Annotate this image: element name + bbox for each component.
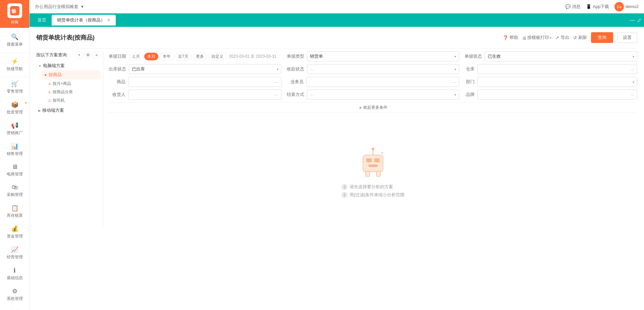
- breadcrumb-dropdown-icon[interactable]: ▾: [81, 4, 84, 9]
- payment-method-dropdown-icon: ▾: [454, 93, 456, 97]
- scheme-settings-btn[interactable]: ⚙: [84, 51, 92, 59]
- maximize-btn[interactable]: ⤢: [637, 17, 641, 23]
- topbar-right: 💬 消息 📱 App下载 Ea demo2: [565, 2, 639, 11]
- message-btn[interactable]: 💬 消息: [565, 4, 581, 10]
- payment-status-dots: ···: [310, 67, 314, 72]
- sub-tree-item-category-label: 按商品分类: [53, 89, 73, 95]
- sidebar-item-ecommerce-label: 电商管理: [7, 171, 23, 177]
- marketing-icon: 📢: [11, 122, 18, 129]
- salesperson-input[interactable]: ···: [306, 77, 460, 87]
- template-print-btn[interactable]: 🖨 按模板打印 ▾: [522, 35, 551, 41]
- template-print-dropdown-icon: ▾: [550, 36, 551, 40]
- finance-icon: 💰: [11, 225, 18, 232]
- scheme-add-btn[interactable]: +: [75, 51, 83, 59]
- sidebar: 畅 标账 🔍 搜索菜单 ⚡ 快捷导航 🛒 零售管理 📦 批发管理 ▲: [0, 0, 30, 310]
- sidebar-item-sales[interactable]: 📊 销售管理: [0, 139, 29, 160]
- warehouse-dots: ···: [631, 67, 634, 72]
- goods-input[interactable]: ···: [128, 77, 281, 87]
- tree-item-by-goods[interactable]: ● 按商品: [42, 70, 100, 80]
- sub-tree-item-category[interactable]: ≡ 按商品分类: [46, 88, 100, 96]
- sidebar-item-wholesale[interactable]: 📦 批发管理 ▲: [0, 98, 29, 118]
- doc-status-label: 单据状态: [465, 53, 482, 59]
- collapse-conditions-btn[interactable]: ∧ 收起更多条件: [359, 105, 387, 110]
- page-title: 销货单统计表(按商品): [36, 34, 95, 42]
- help-btn[interactable]: ❓ 帮助: [503, 35, 518, 41]
- sidebar-item-quicknav[interactable]: ⚡ 快捷导航: [0, 53, 29, 77]
- date-btn-more[interactable]: 更多: [193, 53, 207, 60]
- logo-text: 标账: [11, 19, 18, 24]
- payment-status-input[interactable]: ··· ▾: [307, 64, 460, 74]
- sub-tree-item-driver[interactable]: ≡ 按司机: [46, 96, 100, 105]
- logo-icon: 畅: [7, 3, 22, 18]
- date-btn-this-year[interactable]: 本年: [160, 53, 174, 60]
- sidebar-item-enterprise[interactable]: 🤝 企业协同: [0, 305, 29, 310]
- message-icon: 💬: [565, 4, 571, 9]
- export-btn[interactable]: ↗ 导出: [555, 35, 569, 41]
- goods-label: 商品: [109, 79, 125, 85]
- recipient-dots: ···: [275, 92, 278, 97]
- empty-tip-1: 1 请先选择要分析的方案: [341, 184, 404, 190]
- active-item-icon: ●: [44, 72, 47, 77]
- query-button[interactable]: 查询: [591, 32, 613, 43]
- sidebar-item-retail[interactable]: 🛒 零售管理: [0, 77, 29, 98]
- tree-group-mobile-header[interactable]: ▶ 移动端方案: [36, 106, 100, 115]
- sidebar-item-inventory[interactable]: 📋 库存核算: [0, 201, 29, 222]
- sidebar-item-system[interactable]: ⚙ 系统管理: [0, 284, 29, 305]
- tree-item-by-goods-label: 按商品: [49, 72, 98, 78]
- avatar: Ea: [614, 2, 624, 11]
- tree-group-mobile-label: 移动端方案: [42, 107, 64, 113]
- settings-button[interactable]: 设置: [617, 32, 637, 43]
- tree-group-pc-header[interactable]: ▼ 电脑端方案: [36, 61, 100, 70]
- date-btn-7days[interactable]: 近7天: [175, 53, 192, 60]
- date-range: 2023-03-01 至 2023-03-31: [229, 54, 276, 59]
- svg-rect-9: [376, 171, 380, 176]
- date-btn-last-month[interactable]: 上月: [129, 53, 143, 60]
- doc-status-select[interactable]: 已生效 ▾: [485, 51, 637, 61]
- template-print-label: 按模板打印: [527, 35, 549, 41]
- scheme-tree: ▼ 电脑端方案 ● 按商品 ≡: [36, 61, 100, 115]
- sidebar-item-finance[interactable]: 💰 资金管理: [0, 222, 29, 243]
- app-logo[interactable]: 畅 标账: [0, 0, 29, 28]
- user-profile[interactable]: Ea demo2: [614, 2, 639, 11]
- collapse-label: 收起更多条件: [363, 105, 387, 110]
- scheme-collapse-btn[interactable]: «: [93, 51, 100, 59]
- tip-num-2: 2: [341, 192, 347, 198]
- svg-text:✦: ✦: [360, 160, 362, 164]
- date-btn-this-month[interactable]: 本月: [144, 53, 158, 60]
- refresh-btn[interactable]: ↺ 刷新: [573, 35, 587, 41]
- refresh-icon: ↺: [573, 35, 577, 40]
- app-download-btn[interactable]: 📱 App下载: [586, 4, 609, 10]
- tree-children-pc: ● 按商品 ≡ 按月+商品 ≡: [36, 70, 100, 105]
- tab-home[interactable]: 首页: [32, 15, 52, 25]
- doc-type-select[interactable]: 销货单 ▾: [307, 51, 460, 61]
- sub-tree-item-month-goods[interactable]: ≡ 按月+商品: [46, 80, 100, 88]
- out-status-select[interactable]: 已出库 ▾: [129, 64, 281, 74]
- sub-tree-item-month-goods-icon: ≡: [48, 82, 51, 86]
- app-download-label: App下载: [593, 4, 609, 10]
- sidebar-item-ecommerce[interactable]: 🖥 电商管理: [0, 160, 29, 180]
- tab-close-icon[interactable]: ✕: [107, 18, 110, 22]
- tree-arrow-right: ▶: [38, 109, 41, 112]
- recipient-input[interactable]: ···: [128, 90, 281, 100]
- payment-method-select[interactable]: ··· ▾: [307, 90, 460, 100]
- payment-status-label: 收款状态: [287, 66, 304, 72]
- inventory-icon: 📋: [11, 204, 18, 212]
- brand-input[interactable]: ···: [477, 90, 637, 100]
- department-select[interactable]: ▾: [477, 77, 637, 87]
- sidebar-item-search[interactable]: 🔍 搜索菜单: [0, 28, 29, 53]
- sidebar-item-marketing[interactable]: 📢 营销推广: [0, 118, 29, 139]
- sidebar-item-operation[interactable]: 📈 经营管理: [0, 243, 29, 263]
- minimize-btn[interactable]: —: [630, 17, 635, 23]
- collapse-up-icon: ∧: [359, 105, 362, 110]
- main-area: 办公用品行业模拟账套 ▾ 💬 消息 📱 App下载 Ea demo2 首页: [30, 0, 644, 310]
- date-btn-custom[interactable]: 自定义: [208, 53, 226, 60]
- tab-sales-report[interactable]: 销货单统计表（按商品） ✕: [52, 15, 116, 25]
- sidebar-item-purchase[interactable]: 🛍 采购管理: [0, 180, 29, 201]
- tip-text-2: 用[过滤]条件来缩小分析范围: [350, 192, 404, 198]
- out-status-value: 已出库: [132, 66, 145, 72]
- payment-method-label: 结算方式: [287, 92, 304, 98]
- sidebar-item-basic[interactable]: ℹ 基础信息: [0, 263, 29, 284]
- filter-row-1: 单据日期 上月 本月 本年 近7天 更多 自定义 2023-03-01 至 20…: [109, 51, 637, 100]
- warehouse-input[interactable]: ···: [477, 64, 637, 74]
- retail-icon: 🛒: [11, 80, 18, 88]
